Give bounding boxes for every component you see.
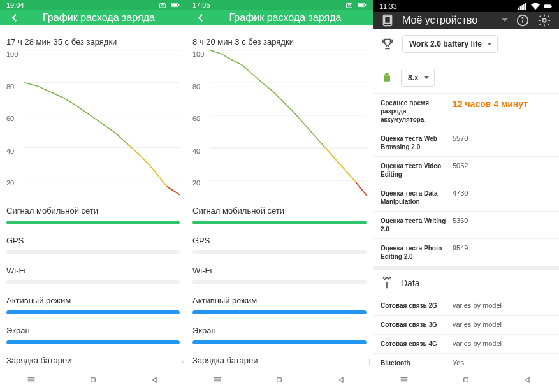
signal-icon (518, 3, 527, 10)
back-icon[interactable] (195, 12, 207, 24)
gear-icon[interactable] (537, 13, 551, 27)
android-icon (381, 71, 393, 84)
battery-icon (358, 1, 367, 9)
device-icon (381, 13, 395, 27)
chart-line (24, 50, 180, 200)
home-icon[interactable] (88, 375, 98, 385)
section-gps[interactable]: GPS (192, 236, 367, 254)
svg-rect-31 (523, 4, 525, 10)
svg-rect-13 (91, 378, 96, 382)
section-active[interactable]: Активный режим (6, 296, 180, 314)
status-bar: 11:33 (373, 0, 559, 12)
antenna-icon (381, 277, 393, 289)
status-icons (158, 1, 180, 9)
svg-rect-28 (518, 7, 519, 10)
header: График расхода заряда (0, 10, 186, 25)
status-time: 19:04 (6, 1, 24, 9)
data-section-header: Data (373, 266, 559, 296)
scroll-hint: › (182, 359, 184, 365)
svg-rect-33 (544, 4, 551, 8)
svg-rect-27 (277, 378, 282, 382)
net-row: Сотовая связь 2G varies by model (373, 296, 559, 316)
result-row: Оценка теста Photo Editing 2.0 9549 (373, 239, 559, 266)
page-title: График расхода заряда (219, 12, 351, 24)
section-active[interactable]: Активный режим (192, 296, 367, 314)
result-row: Оценка теста Writing 2.0 5360 (373, 212, 559, 239)
result-row: Оценка теста Data Manipulation 4730 (373, 184, 559, 212)
graph-subtitle: 17 ч 28 мин 35 с без зарядки (6, 37, 180, 47)
trophy-row: Work 2.0 battery life (373, 29, 559, 62)
svg-point-1 (162, 4, 164, 6)
net-row: Сотовая связь 4G varies by model (373, 335, 559, 354)
page-title: График расхода заряда (33, 12, 164, 24)
status-icons (345, 1, 367, 9)
svg-point-40 (542, 18, 546, 22)
back-icon[interactable] (9, 12, 20, 24)
battery-icon (171, 1, 180, 9)
trophy-icon (381, 37, 395, 51)
svg-rect-14 (347, 4, 352, 8)
scroll-hint: | (369, 359, 370, 365)
dropdown-caret-icon[interactable] (502, 18, 508, 25)
status-icons (518, 3, 553, 10)
status-time: 17:05 (192, 1, 210, 9)
test-select[interactable]: Work 2.0 battery life (402, 35, 498, 53)
section-wifi[interactable]: Wi-Fi (6, 266, 180, 284)
data-section-title: Data (401, 278, 420, 288)
svg-rect-32 (525, 3, 526, 10)
section-cell[interactable]: Сигнал мобильной сети (192, 206, 367, 224)
info-icon[interactable] (516, 13, 530, 27)
menu-icon[interactable] (399, 375, 409, 385)
chart-line (210, 50, 367, 200)
wifi-icon (531, 3, 540, 10)
svg-rect-3 (178, 4, 179, 6)
nav-bar (373, 368, 559, 392)
svg-rect-29 (520, 6, 521, 10)
battery-icon (544, 3, 553, 10)
status-bar: 19:04 (0, 0, 186, 10)
usage-sections: Сигнал мобильной сети GPS Wi-Fi Активный… (186, 202, 373, 392)
header: Моё устройство (373, 12, 559, 29)
svg-rect-17 (365, 4, 366, 6)
svg-point-42 (388, 74, 389, 75)
battery-chart: 100 80 60 40 20 (6, 50, 180, 197)
graph-area: 17 ч 28 мин 35 с без зарядки 100 80 60 4… (0, 25, 186, 202)
battery-chart: 100 80 60 40 20 (192, 50, 367, 197)
camera-icon (345, 1, 354, 9)
screen-middle: 17:05 График расхода заряда 8 ч 20 мин 3… (186, 0, 373, 392)
svg-rect-36 (384, 17, 390, 24)
back-nav-icon[interactable] (523, 375, 533, 385)
svg-rect-34 (551, 5, 552, 6)
result-row-avg: Среднее время разряда аккумулятора 12 ча… (373, 94, 559, 129)
svg-rect-46 (464, 378, 468, 382)
menu-icon[interactable] (26, 375, 36, 385)
usage-sections: Сигнал мобильной сети GPS Wi-Fi Активный… (0, 202, 186, 392)
camera-icon (158, 1, 167, 9)
graph-subtitle: 8 ч 20 мин 3 с без зарядки (192, 37, 367, 47)
page-title: Моё устройство (402, 15, 491, 26)
svg-rect-4 (172, 4, 177, 6)
screen-left: 19:04 График расхода заряда 17 ч 28 мин … (0, 0, 186, 392)
back-nav-icon[interactable] (337, 375, 347, 385)
results-list: Среднее время разряда аккумулятора 12 ча… (373, 94, 559, 392)
section-screen[interactable]: Экран (192, 326, 367, 344)
section-wifi[interactable]: Wi-Fi (192, 266, 367, 284)
graph-area: 8 ч 20 мин 3 с без зарядки 100 80 60 40 … (186, 25, 373, 202)
svg-point-15 (349, 4, 351, 6)
svg-rect-18 (359, 4, 364, 6)
home-icon[interactable] (274, 375, 284, 385)
menu-icon[interactable] (212, 375, 222, 385)
section-cell[interactable]: Сигнал мобильной сети (6, 206, 180, 224)
back-nav-icon[interactable] (150, 375, 160, 385)
android-version-select[interactable]: 8.x (401, 69, 435, 87)
status-bar: 17:05 (186, 0, 373, 10)
android-row: 8.x (373, 62, 559, 94)
svg-point-39 (522, 18, 523, 18)
header: График расхода заряда (186, 10, 373, 25)
result-row: Оценка теста Web Browsing 2.0 5570 (373, 129, 559, 157)
section-screen[interactable]: Экран (6, 326, 180, 344)
section-gps[interactable]: GPS (6, 236, 180, 254)
svg-rect-0 (160, 4, 166, 8)
screen-right: 11:33 Моё устройство Work 2.0 battery li… (373, 0, 559, 392)
home-icon[interactable] (461, 375, 471, 385)
